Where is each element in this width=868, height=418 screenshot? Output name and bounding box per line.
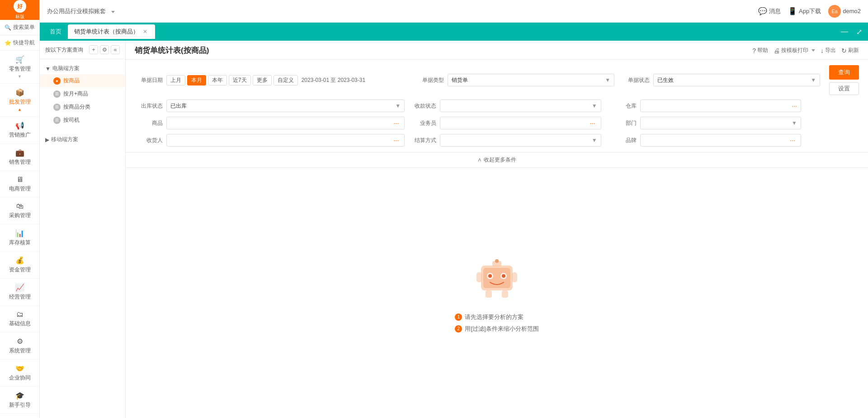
search-menu[interactable]: 🔍 搜索菜单 [0,20,39,35]
purchase-icon: 🛍 [16,202,24,210]
wholesale-arrow: ▲ [18,107,22,112]
doc-type-label: 单据类型 [416,76,448,84]
export-btn[interactable]: ↓ 导出 [821,47,836,54]
panel-header-actions: + ⚙ « [89,45,120,54]
quick-nav[interactable]: ⭐ 快捷导航 [0,35,39,51]
warehouse-dots[interactable]: ··· [792,102,797,109]
sidebar-item-app-center[interactable]: 🔲 应用中心 [0,414,39,418]
filter-row-1: 单据日期 上月 本月 本年 近7天 更多 自定义 2023-03-01 至 20… [135,65,859,95]
settings-btn[interactable]: 设置 [829,82,859,95]
app-logo[interactable]: 好 标版 [0,0,39,20]
left-panel: 按以下方案查询 + ⚙ « ▼ 电脑端方案 ● 按商品 圆 按月+ [40,41,126,418]
retail-icon: 🛒 [15,55,24,64]
ecommerce-icon: 🖥 [16,176,24,184]
tab-sales-stat[interactable]: 销货单统计表（按商品） ✕ [68,24,155,39]
tab-close-btn[interactable]: ✕ [142,28,149,35]
more-btn[interactable]: 更多 [253,75,272,86]
this-month-btn[interactable]: 本月 [187,75,206,86]
plan-by-category[interactable]: 圆 按商品分类 [40,100,125,114]
sidebar-item-purchase[interactable]: 🛍 采购管理 [0,198,39,224]
mobile-section-title[interactable]: ▶ 移动端方案 [40,134,125,145]
marketing-icon: 📢 [15,121,24,130]
export-icon: ↓ [821,47,824,54]
right-actions: 查询 设置 [824,65,859,95]
custom-btn[interactable]: 自定义 [274,75,298,86]
last-month-btn[interactable]: 上月 [166,75,185,86]
query-btn[interactable]: 查询 [829,65,859,80]
plan-icon: 圆 [53,104,61,111]
phone-icon: 📱 [788,7,797,15]
newbie-icon: 🎓 [15,391,24,400]
this-year-btn[interactable]: 本年 [208,75,227,86]
operations-icon: 📈 [15,283,24,292]
add-plan-btn[interactable]: + [89,45,98,54]
filter-section: 单据日期 上月 本月 本年 近7天 更多 自定义 2023-03-01 至 20… [126,60,868,152]
basic-icon: 🗂 [16,310,24,318]
warehouse-select[interactable]: ··· [640,100,801,112]
filter-row-4: 收货人 ··· 结算方式 ▼ 品牌 [135,134,859,147]
svg-point-4 [488,274,492,278]
sidebar-item-inventory[interactable]: 📊 库存核算 [0,224,39,252]
mobile-section: ▶ 移动端方案 [40,130,125,149]
tab-minimize-btn[interactable]: — [839,26,850,37]
salesperson-input[interactable]: ··· [440,117,601,129]
plan-by-month-product[interactable]: 圆 按月+商品 [40,87,125,100]
avatar: Ea [828,5,841,18]
sidebar-item-operations[interactable]: 📈 经营管理 [0,279,39,306]
out-status-select[interactable]: 已出库 ▼ [166,100,405,112]
plan-by-printer[interactable]: 圆 按司机 [40,114,125,127]
refresh-btn[interactable]: ↻ 刷新 [841,47,859,54]
collapse-row[interactable]: ∧ 收起更多条件 [126,152,868,168]
app-download-btn[interactable]: 📱 App下载 [788,7,821,15]
sidebar-item-newbie[interactable]: 🎓 新手引导 [0,387,39,414]
settlement-label: 结算方式 [408,137,440,144]
edit-plan-btn[interactable]: ⚙ [100,45,109,54]
svg-rect-8 [476,272,482,282]
receipt-status-select[interactable]: ▼ [440,100,601,112]
tab-expand-btn[interactable]: ⤢ [854,26,864,37]
message-btn[interactable]: 💬 消息 [758,7,781,15]
refresh-icon: ↻ [841,47,847,54]
header-left: 办公用品行业模拟账套 [47,7,115,15]
doc-status-select[interactable]: 已生效 ▼ [653,74,820,86]
salesperson-dots[interactable]: ··· [588,119,597,127]
sidebar-item-retail[interactable]: 🛒 零售管理 ▼ [0,51,39,84]
sidebar-item-finance[interactable]: 💰 资金管理 [0,252,39,279]
product-dots[interactable]: ··· [392,119,401,127]
header-dropdown-arrow[interactable] [109,8,115,14]
product-input[interactable]: ··· [166,117,405,129]
empty-illustration [470,250,524,304]
sidebar-item-wholesale[interactable]: 📦 批发管理 ▲ [0,84,39,117]
salesperson-label: 业务员 [408,119,440,127]
page-actions: ? 帮助 🖨 按模板打印 ↓ 导出 ↻ [752,47,859,54]
template-print-btn[interactable]: 🖨 按模板打印 [774,47,815,54]
settlement-select[interactable]: ▼ [440,134,601,147]
plan-icon: 圆 [53,117,61,124]
receiver-input[interactable]: ··· [166,134,405,147]
sales-icon: 💼 [15,148,24,157]
last-7-days-btn[interactable]: 近7天 [229,75,251,86]
tab-home[interactable]: 首页 [43,24,68,39]
collapse-panel-btn[interactable]: « [111,45,120,54]
receiver-dots[interactable]: ··· [392,137,401,144]
brand-dots[interactable]: ··· [788,137,797,144]
sidebar-item-enterprise[interactable]: 🤝 企业协同 [0,360,39,387]
doc-type-select[interactable]: 销货单 ▼ [448,74,614,86]
out-status-label: 出库状态 [135,102,166,110]
department-select[interactable]: ▼ [640,117,801,129]
help-icon: ? [752,47,756,54]
sidebar-item-marketing[interactable]: 📢 营销推广 [0,117,39,144]
sidebar-item-basic[interactable]: 🗂 基础信息 [0,306,39,332]
sidebar-item-ecommerce[interactable]: 🖥 电商管理 [0,171,39,198]
settlement-chevron: ▼ [592,137,597,143]
svg-rect-9 [512,272,517,282]
desktop-section-title[interactable]: ▼ 电脑端方案 [40,63,125,74]
help-btn[interactable]: ? 帮助 [752,47,768,54]
sidebar-item-system[interactable]: ⚙ 系统管理 [0,332,39,360]
user-profile[interactable]: Ea demo2 [828,5,861,18]
brand-input[interactable]: ··· [640,134,801,147]
sidebar-item-sales[interactable]: 💼 销售管理 [0,144,39,171]
content-area: 按以下方案查询 + ⚙ « ▼ 电脑端方案 ● 按商品 圆 按月+ [40,41,868,418]
empty-tips: 1 请先选择要分析的方案 2 用[过滤]条件来缩小分析范围 [455,313,538,337]
plan-by-product[interactable]: ● 按商品 [40,74,125,87]
